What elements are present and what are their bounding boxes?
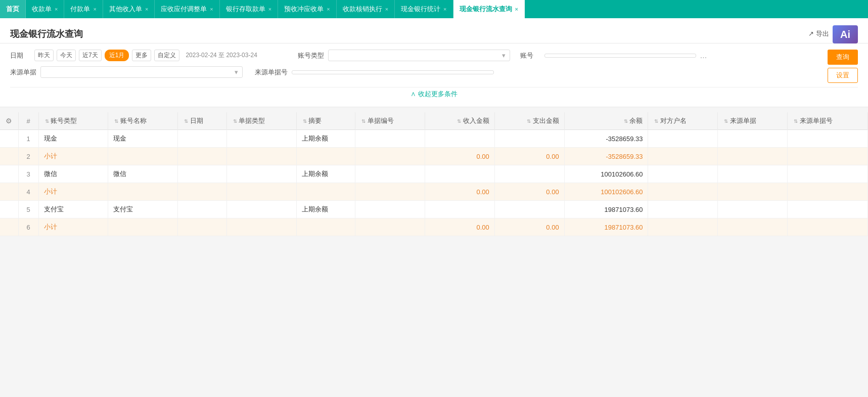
- col-expense-header[interactable]: ⇅ 支出金额: [494, 112, 564, 130]
- date-yesterday-btn[interactable]: 昨天: [34, 50, 54, 61]
- col-seq-label: #: [26, 117, 30, 125]
- col-date-header[interactable]: ⇅ 日期: [178, 112, 227, 130]
- cell-seq: 5: [18, 201, 38, 218]
- cell-seq: 2: [18, 148, 38, 165]
- close-collection-exec-icon[interactable]: ×: [385, 6, 388, 12]
- nav-tab-cash-bank-stat[interactable]: 现金银行统计 ×: [395, 0, 453, 18]
- col-source-doc-header[interactable]: ⇅ 来源单据: [718, 112, 788, 130]
- col-income-header[interactable]: ⇅ 收入金额: [425, 112, 494, 130]
- nav-tab-payments[interactable]: 付款单 ×: [64, 0, 103, 18]
- col-balance-label: 余额: [629, 117, 643, 124]
- source-doc-no-label: 来源单据号: [255, 68, 288, 77]
- page-title: 现金银行流水查询: [10, 28, 83, 40]
- sort-icon-summary: ⇅: [303, 118, 307, 124]
- cell-source-doc: [718, 148, 788, 165]
- date-today-btn[interactable]: 今天: [57, 50, 76, 61]
- close-cash-bank-stat-icon[interactable]: ×: [443, 6, 446, 12]
- cell-source-doc-no: [788, 183, 868, 201]
- cell-counterparty: [648, 165, 718, 183]
- close-cash-bank-flow-icon[interactable]: ×: [515, 6, 518, 12]
- col-summary-header[interactable]: ⇅ 摘要: [296, 112, 355, 130]
- table-settings-icon[interactable]: ⚙: [6, 117, 12, 125]
- account-type-select[interactable]: ▾: [328, 50, 510, 61]
- cell-expense: [494, 130, 564, 148]
- source-doc-select[interactable]: ▾: [40, 66, 243, 78]
- date-custom-btn[interactable]: 自定义: [154, 50, 179, 61]
- cell-source-doc-no: [788, 165, 868, 183]
- col-account-name-header[interactable]: ⇅ 账号名称: [108, 112, 178, 130]
- cell-doc-type: [226, 201, 296, 218]
- cell-counterparty: [648, 183, 718, 201]
- cell-doc-type: [226, 218, 296, 236]
- export-label: 导出: [816, 29, 829, 38]
- col-counterparty-header[interactable]: ⇅ 对方户名: [648, 112, 718, 130]
- sort-icon-date: ⇅: [184, 118, 188, 124]
- close-payments-icon[interactable]: ×: [93, 6, 96, 12]
- cell-balance: 100102606.60: [564, 165, 648, 183]
- cell-expense: [494, 201, 564, 218]
- ai-label: Ai: [840, 29, 850, 40]
- date-1month-btn[interactable]: 近1月: [105, 50, 129, 61]
- cell-doc-type: [226, 165, 296, 183]
- date-more-btn[interactable]: 更多: [132, 50, 151, 61]
- col-balance-header[interactable]: ⇅ 余额: [564, 112, 648, 130]
- cell-date: [178, 148, 227, 165]
- table-body: 1现金现金上期余额-3528659.332小计0.000.00-3528659.…: [0, 130, 868, 236]
- col-source-doc-no-label: 来源单据号: [800, 117, 833, 124]
- other-income-tab-label: 其他收入单: [109, 5, 142, 14]
- cell-account-name: [108, 218, 178, 236]
- table-row: 3微信微信上期余额100102606.60: [0, 165, 868, 183]
- sort-icon-source-doc-no: ⇅: [794, 118, 798, 124]
- col-account-type-header[interactable]: ⇅ 账号类型: [38, 112, 108, 130]
- table-header-row: ⚙ # ⇅ 账号类型 ⇅ 账号名称 ⇅ 日期 ⇅: [0, 112, 868, 130]
- cell-doc-no: [355, 218, 425, 236]
- close-advance-offset-icon[interactable]: ×: [327, 6, 330, 12]
- account-no-input[interactable]: [544, 54, 696, 58]
- col-doc-no-header[interactable]: ⇅ 单据编号: [355, 112, 425, 130]
- cell-doc-type: [226, 183, 296, 201]
- nav-tab-advance-offset[interactable]: 预收冲应收单 ×: [278, 0, 336, 18]
- close-ar-ap-icon[interactable]: ×: [210, 6, 213, 12]
- cell-balance: 100102606.60: [564, 183, 648, 201]
- nav-tab-bank-deposit[interactable]: 银行存取款单 ×: [220, 0, 278, 18]
- cell-expense: 0.00: [494, 148, 564, 165]
- cell-income: 0.00: [425, 183, 494, 201]
- export-button[interactable]: ↗ 导出: [808, 29, 829, 38]
- account-no-label: 账号: [520, 51, 540, 60]
- collapse-bar[interactable]: ∧ 收起更多条件: [10, 87, 858, 101]
- nav-tab-receipts[interactable]: 收款单 ×: [26, 0, 64, 18]
- receipts-tab-label: 收款单: [32, 5, 52, 14]
- date-shortcuts: 昨天 今天 近7天 近1月 更多 自定义: [34, 50, 179, 61]
- cell-account-name: [108, 183, 178, 201]
- sort-icon-left: ⇅: [45, 118, 49, 124]
- query-button[interactable]: 查询: [828, 50, 858, 65]
- nav-tab-home[interactable]: 首页: [0, 0, 26, 18]
- account-no-dots[interactable]: ...: [700, 51, 707, 60]
- cell-date: [178, 165, 227, 183]
- close-receipts-icon[interactable]: ×: [55, 6, 58, 12]
- date-7days-btn[interactable]: 近7天: [79, 50, 102, 61]
- source-doc-no-input[interactable]: [292, 70, 494, 74]
- col-source-doc-no-header[interactable]: ⇅ 来源单据号: [788, 112, 868, 130]
- col-source-doc-label: 来源单据: [730, 117, 756, 124]
- cell-doc-type: [226, 130, 296, 148]
- source-doc-label: 来源单据: [10, 68, 36, 77]
- table-wrapper: ⚙ # ⇅ 账号类型 ⇅ 账号名称 ⇅ 日期 ⇅: [0, 112, 868, 236]
- cell-income: 0.00: [425, 148, 494, 165]
- date-filter-group: 日期 昨天 今天 近7天 近1月 更多 自定义 2023-02-24 至 202…: [10, 50, 257, 61]
- ai-badge[interactable]: Ai: [833, 25, 858, 43]
- close-bank-deposit-icon[interactable]: ×: [268, 6, 271, 12]
- cell-balance: -3528659.33: [564, 130, 648, 148]
- right-buttons: 查询 设置: [828, 50, 858, 83]
- close-other-income-icon[interactable]: ×: [145, 6, 148, 12]
- cell-source-doc: [718, 183, 788, 201]
- nav-tab-other-income[interactable]: 其他收入单 ×: [103, 0, 155, 18]
- nav-tab-collection-exec[interactable]: 收款核销执行 ×: [337, 0, 395, 18]
- col-income-label: 收入金额: [463, 117, 489, 124]
- sort-icon-expense: ⇅: [527, 118, 531, 124]
- sort-icon-income: ⇅: [457, 118, 461, 124]
- nav-tab-ar-ap-adjust[interactable]: 应收应付调整单 ×: [155, 0, 219, 18]
- col-doc-type-header[interactable]: ⇅ 单据类型: [226, 112, 296, 130]
- nav-tab-cash-bank-flow[interactable]: 现金银行流水查询 ×: [453, 0, 525, 18]
- settings-button[interactable]: 设置: [828, 68, 858, 83]
